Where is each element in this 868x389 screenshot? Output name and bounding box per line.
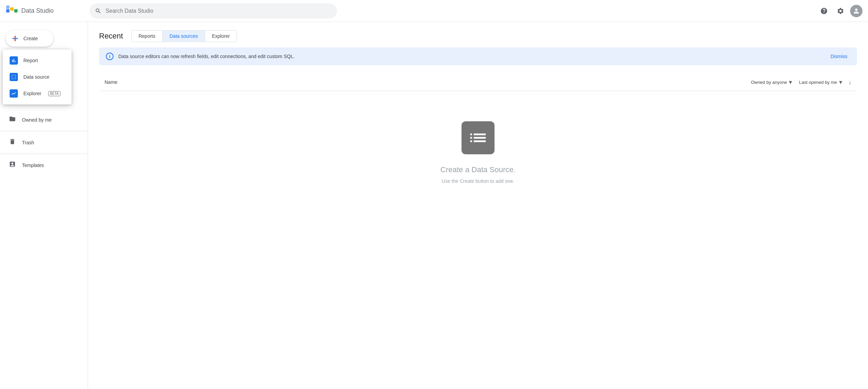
page-header: Recent Reports Data sources Explorer xyxy=(99,30,857,42)
dropdown-explorer-label: Explorer xyxy=(23,91,41,96)
svg-rect-3 xyxy=(14,9,18,12)
create-btn-wrap: Create xyxy=(0,25,88,49)
tab-data-sources[interactable]: Data sources xyxy=(163,31,205,42)
app-logo-icon xyxy=(6,5,18,17)
app-name: Data Studio xyxy=(21,7,54,14)
plus-icon xyxy=(11,34,19,43)
settings-button[interactable] xyxy=(834,4,847,18)
logo-area: Data Studio xyxy=(6,5,81,17)
table-header: Name Owned by anyone ▾ Last opened by me… xyxy=(99,74,857,91)
sidebar-divider xyxy=(0,131,88,131)
empty-state-icon xyxy=(462,121,495,154)
tabs: Reports Data sources Explorer xyxy=(131,30,237,42)
trash-icon xyxy=(8,138,17,147)
info-icon: i xyxy=(106,53,113,60)
search-bar[interactable] xyxy=(89,3,337,19)
col-name-header: Name xyxy=(105,79,748,85)
last-opened-label: Last opened by me xyxy=(799,80,837,85)
user-icon xyxy=(853,7,860,15)
owned-by-filter[interactable]: Owned by anyone ▾ xyxy=(748,76,796,88)
sidebar-item-templates[interactable]: Templates xyxy=(0,157,85,174)
explorer-icon xyxy=(10,89,18,98)
page-title: Recent xyxy=(99,32,123,41)
dropdown-report-label: Report xyxy=(23,58,38,63)
sidebar-item-templates-label: Templates xyxy=(22,163,44,168)
settings-icon xyxy=(837,7,844,15)
tab-explorer[interactable]: Explorer xyxy=(205,31,237,42)
last-opened-filter[interactable]: Last opened by me ▾ xyxy=(795,76,846,88)
sidebar-item-owned-by-me[interactable]: Owned by me xyxy=(0,111,85,128)
avatar[interactable] xyxy=(850,5,862,17)
info-banner: i Data source editors can now refresh fi… xyxy=(99,47,857,65)
sidebar-divider-2 xyxy=(0,154,88,154)
empty-state: Create a Data Source. Use the Create but… xyxy=(99,94,857,204)
banner-text: Data source editors can now refresh fiel… xyxy=(118,54,823,59)
dropdown-item-report[interactable]: Report xyxy=(3,52,72,69)
search-input[interactable] xyxy=(106,8,332,14)
tab-data-sources-label: Data sources xyxy=(170,33,198,39)
beta-badge: BETA xyxy=(48,91,60,96)
last-opened-chevron-icon: ▾ xyxy=(839,78,842,86)
dropdown-menu: Report Data source Explorer BETA xyxy=(3,49,72,104)
create-label: Create xyxy=(23,36,38,41)
svg-rect-0 xyxy=(6,9,10,12)
templates-icon xyxy=(8,161,17,169)
sidebar-item-trash[interactable]: Trash xyxy=(0,134,85,151)
sidebar-item-trash-label: Trash xyxy=(22,140,34,145)
create-button[interactable]: Create xyxy=(6,30,54,47)
svg-rect-1 xyxy=(6,5,10,9)
top-nav: Data Studio xyxy=(0,0,868,22)
main-content: Recent Reports Data sources Explorer i D… xyxy=(88,22,868,389)
tab-explorer-label: Explorer xyxy=(212,33,230,39)
sidebar: Create Report Data source xyxy=(0,22,88,389)
owned-by-chevron-icon: ▾ xyxy=(789,78,792,86)
sidebar-item-owned-label: Owned by me xyxy=(22,117,52,123)
owned-by-me-icon xyxy=(8,115,17,124)
help-icon xyxy=(820,7,828,15)
tab-reports-label: Reports xyxy=(139,33,155,39)
nav-icons xyxy=(817,4,862,18)
search-icon xyxy=(95,8,101,14)
dropdown-item-datasource[interactable]: Data source xyxy=(3,69,72,85)
tab-reports[interactable]: Reports xyxy=(132,31,163,42)
empty-title: Create a Data Source. xyxy=(441,165,516,174)
empty-subtitle: Use the Create button to add one. xyxy=(442,178,514,184)
report-icon xyxy=(10,56,18,65)
dropdown-item-explorer[interactable]: Explorer BETA xyxy=(3,85,72,102)
dropdown-datasource-label: Data source xyxy=(23,74,49,80)
help-button[interactable] xyxy=(817,4,831,18)
sort-desc-icon[interactable]: ↓ xyxy=(848,79,851,86)
dismiss-button[interactable]: Dismiss xyxy=(828,52,850,60)
svg-rect-2 xyxy=(10,7,14,11)
layout: Create Report Data source xyxy=(0,22,868,389)
svg-rect-9 xyxy=(12,38,18,39)
list-icon xyxy=(468,127,488,148)
owned-by-label: Owned by anyone xyxy=(751,80,787,85)
datasource-icon xyxy=(10,73,18,81)
